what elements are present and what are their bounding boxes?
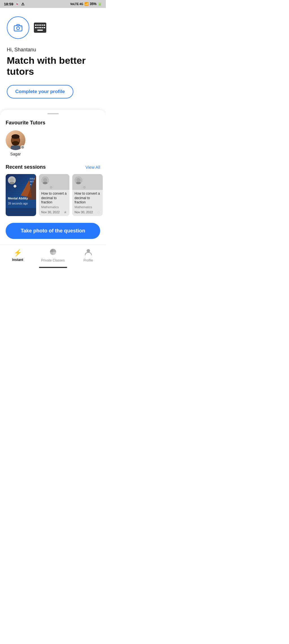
svg-point-5 <box>12 141 19 146</box>
tutors-row: Sagar <box>0 130 106 156</box>
bottom-panel: Favourite Tutors <box>0 110 106 270</box>
complete-profile-button[interactable]: Complete your profile <box>7 85 73 98</box>
session-avatar <box>8 176 16 184</box>
sessions-row: FRAINTA Mental Ability 39 seconds ago <box>0 174 106 216</box>
camera-avatar[interactable] <box>7 16 29 39</box>
svg-point-2 <box>21 27 21 27</box>
session-subject: Mathematics <box>41 205 67 209</box>
snapchat-icon: 👻 <box>15 2 19 6</box>
session-card[interactable]: FRAINTA Mental Ability 39 seconds ago <box>6 174 36 216</box>
session-avatar <box>41 176 49 184</box>
greeting-text: Hi, Shantanu <box>7 47 99 53</box>
session-subject: Mathematics <box>75 205 100 209</box>
session-card-text: How to convert a decimal to fraction Mat… <box>72 190 103 216</box>
tutor-name: Sagar <box>10 152 21 156</box>
online-status-dot <box>21 145 25 149</box>
view-all-link[interactable]: View All <box>86 165 100 170</box>
profile-icon <box>85 248 92 257</box>
camera-icon <box>13 23 23 33</box>
nav-label-instant: Instant <box>12 258 23 262</box>
svg-rect-12 <box>43 182 47 184</box>
svg-rect-8 <box>12 135 19 139</box>
svg-point-9 <box>10 178 14 182</box>
svg-point-11 <box>43 178 47 182</box>
instant-icon: ⚡ <box>14 249 22 257</box>
session-title: How to convert a decimal to fraction <box>41 192 67 205</box>
keyboard-icon[interactable] <box>34 23 46 33</box>
indicator-dot <box>50 186 52 189</box>
card-time-overlay: 39 seconds ago <box>8 202 28 205</box>
session-card[interactable]: How to convert a decimal to fraction Mat… <box>39 174 69 216</box>
tutor-item[interactable]: Sagar <box>6 130 25 156</box>
network-label: VoLTE 4G <box>70 3 83 6</box>
star-icon[interactable]: ★ <box>64 210 67 214</box>
battery-icon: 🔋 <box>98 2 102 6</box>
session-face-icon <box>42 177 48 184</box>
star-icon[interactable]: ☆ <box>97 210 100 214</box>
avatar-row <box>7 16 99 39</box>
session-card-image <box>39 174 69 190</box>
session-avatar <box>75 176 82 184</box>
signal-icon: 📶 <box>84 2 89 6</box>
drag-handle[interactable] <box>47 113 59 114</box>
warning-icon: ⚠ <box>21 2 25 6</box>
indicator-dot <box>83 186 86 189</box>
favourite-tutors-title: Favourite Tutors <box>0 120 106 126</box>
nav-item-profile[interactable]: Profile <box>71 248 106 262</box>
home-bar <box>39 267 67 268</box>
recent-sessions-title: Recent sessions <box>6 164 46 170</box>
battery-label: 35% <box>90 2 97 6</box>
home-indicator <box>0 265 106 270</box>
session-date-row: Nov 30, 2022 ★ <box>41 210 67 214</box>
svg-rect-14 <box>76 182 81 184</box>
bottom-nav: ⚡ Instant Private Classes <box>0 245 106 265</box>
nav-label-private-classes: Private Classes <box>41 258 65 262</box>
status-time: 18:59 <box>4 2 13 6</box>
svg-rect-6 <box>11 146 20 150</box>
session-card[interactable]: How to convert a decimal to fraction Mat… <box>72 174 103 216</box>
nav-item-private-classes[interactable]: Private Classes <box>35 248 71 262</box>
tutor-avatar-wrap <box>6 130 25 150</box>
headline-text: Match with better tutors <box>7 55 99 77</box>
svg-point-1 <box>17 27 19 30</box>
session-card-text: How to convert a decimal to fraction Mat… <box>39 190 69 216</box>
session-card-image <box>72 174 103 190</box>
session-face-icon <box>9 177 15 184</box>
svg-point-13 <box>76 178 80 182</box>
private-classes-icon <box>49 248 57 257</box>
nav-label-profile: Profile <box>83 258 93 262</box>
nav-item-instant[interactable]: ⚡ Instant <box>0 249 35 262</box>
session-title: How to convert a decimal to fraction <box>75 192 100 205</box>
card-title-overlay: Mental Ability <box>8 197 28 200</box>
session-date-row: Nov 30, 2022 ☆ <box>75 210 100 214</box>
session-card-image: FRAINTA Mental Ability 39 seconds ago <box>6 174 36 208</box>
top-section: Hi, Shantanu Match with better tutors Co… <box>0 8 106 110</box>
session-face-icon <box>75 177 82 184</box>
status-left: 18:59 👻 ⚠ <box>4 2 25 6</box>
session-date: Nov 30, 2022 <box>75 210 93 214</box>
take-photo-button[interactable]: Take photo of the question <box>6 223 100 239</box>
session-date: Nov 30, 2022 <box>41 210 60 214</box>
status-right: VoLTE 4G 📶 35% 🔋 <box>70 2 102 6</box>
status-bar: 18:59 👻 ⚠ VoLTE 4G 📶 35% 🔋 <box>0 0 106 8</box>
svg-point-16 <box>87 249 90 252</box>
recent-sessions-header: Recent sessions View All <box>0 164 106 170</box>
